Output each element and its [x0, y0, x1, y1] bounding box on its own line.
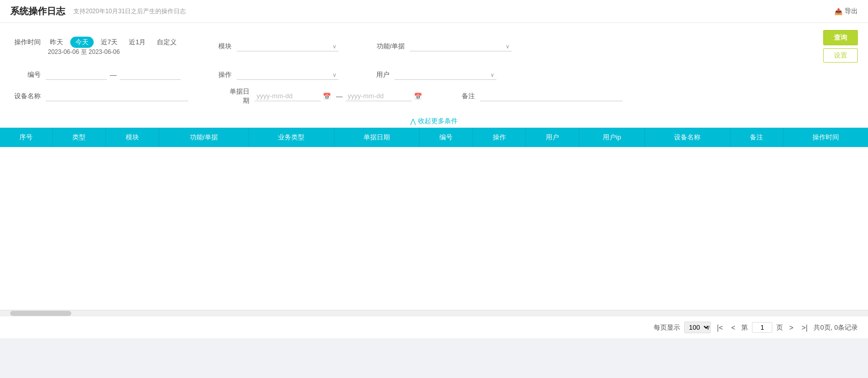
time-btn-yesterday[interactable]: 昨天: [46, 37, 67, 48]
data-table: 序号 类型 模块 功能/单据 业务类型 单据日期 编号 操作 用户 用户ip 设…: [0, 128, 868, 147]
operation-select-wrapper: [237, 70, 339, 80]
time-btn-today[interactable]: 今天: [70, 37, 94, 48]
col-function: 功能/单据: [159, 128, 248, 147]
calendar-icon-right[interactable]: 📅: [414, 93, 422, 100]
code-dash: —: [110, 71, 117, 79]
col-code: 编号: [419, 128, 472, 147]
operation-select[interactable]: [237, 70, 339, 80]
time-filter-group: 操作时间 昨天 今天 近7天 近1月 自定义 2023-06-06 至 2023…: [10, 37, 181, 56]
function-label: 功能/单据: [374, 42, 410, 51]
date-label: 单据日期: [224, 87, 255, 105]
user-filter-group: 用户: [374, 70, 496, 80]
code-filter-group: 编号 —: [10, 70, 181, 80]
date-filter-group: 单据日期 📅 — 📅: [224, 87, 424, 105]
calendar-icon-left[interactable]: 📅: [323, 93, 331, 100]
device-label: 设备名称: [10, 92, 46, 101]
time-btn-custom[interactable]: 自定义: [153, 37, 181, 48]
device-filter-group: 设备名称: [10, 91, 188, 101]
function-select-wrapper: [410, 41, 512, 51]
code-input-to[interactable]: [120, 70, 181, 80]
time-btn-1month[interactable]: 近1月: [125, 37, 150, 48]
device-input[interactable]: [46, 91, 188, 101]
col-user: 用户: [526, 128, 579, 147]
pagination-bar: 每页显示 100 20 50 200 ∨ |< < 第 页 > >| 共0页, …: [0, 316, 868, 338]
collapse-bar[interactable]: ⋀ 收起更多条件: [10, 112, 858, 128]
time-range-display: 2023-06-06 至 2023-06-06: [48, 48, 120, 55]
filter-row-1: 操作时间 昨天 今天 近7天 近1月 自定义 2023-06-06 至 2023…: [10, 30, 858, 63]
col-biztype: 业务类型: [249, 128, 334, 147]
col-type: 类型: [52, 128, 105, 147]
export-icon: 📤: [834, 8, 843, 15]
total-info: 共0页, 0条记录: [814, 323, 858, 332]
date-to-input[interactable]: [346, 91, 412, 101]
last-page-button[interactable]: >|: [800, 323, 810, 333]
next-page-button[interactable]: >: [787, 323, 795, 333]
module-label: 模块: [216, 42, 237, 51]
col-device: 设备名称: [645, 128, 730, 147]
scrollbar-thumb[interactable]: [10, 311, 71, 316]
operation-label: 操作: [216, 70, 237, 79]
page-size-select[interactable]: 100 20 50 200: [684, 322, 711, 333]
user-label: 用户: [374, 70, 395, 79]
col-userip: 用户ip: [579, 128, 645, 147]
remark-label: 备注: [460, 92, 480, 101]
filter-row-3: 设备名称 单据日期 📅 — 📅 备注: [10, 87, 858, 105]
operation-filter-group: 操作: [216, 70, 339, 80]
col-module: 模块: [106, 128, 159, 147]
time-btn-7days[interactable]: 近7天: [97, 37, 122, 48]
first-page-button[interactable]: |<: [715, 323, 725, 333]
page-header: 系统操作日志 支持2020年10月31日之后产生的操作日志 📤 导出: [0, 0, 868, 23]
col-index: 序号: [0, 128, 52, 147]
module-select-wrapper: [237, 41, 339, 51]
time-label: 操作时间: [10, 38, 46, 47]
col-date: 单据日期: [334, 128, 419, 147]
empty-area: [0, 147, 868, 310]
table-header: 序号 类型 模块 功能/单据 业务类型 单据日期 编号 操作 用户 用户ip 设…: [0, 128, 868, 147]
function-select[interactable]: [410, 41, 512, 51]
page-size-label: 每页显示: [654, 323, 680, 332]
date-from-input[interactable]: [255, 91, 321, 101]
export-button[interactable]: 📤 导出: [834, 7, 858, 16]
collapse-icon: ⋀: [410, 118, 416, 125]
time-buttons: 昨天 今天 近7天 近1月 自定义: [46, 37, 181, 48]
date-dash: —: [336, 93, 343, 100]
page-label: 第: [741, 323, 748, 332]
action-buttons: 查询 设置: [823, 30, 858, 63]
query-button[interactable]: 查询: [823, 30, 858, 45]
remark-input[interactable]: [480, 91, 623, 101]
module-select[interactable]: [237, 41, 339, 51]
collapse-label: 收起更多条件: [418, 117, 458, 126]
filter-area: 操作时间 昨天 今天 近7天 近1月 自定义 2023-06-06 至 2023…: [0, 23, 868, 128]
user-select-wrapper: [395, 70, 496, 80]
remark-filter-group: 备注: [460, 91, 623, 101]
module-filter-group: 模块: [216, 41, 339, 51]
page-number-input[interactable]: [752, 322, 772, 333]
filter-row-2: 编号 — 操作 用户: [10, 70, 858, 80]
page-title: 系统操作日志: [10, 5, 65, 17]
col-optime: 操作时间: [783, 128, 868, 147]
col-remark: 备注: [730, 128, 783, 147]
horizontal-scrollbar[interactable]: [0, 310, 868, 316]
page-subtitle: 支持2020年10月31日之后产生的操作日志: [73, 7, 186, 16]
prev-page-button[interactable]: <: [729, 323, 737, 333]
user-select[interactable]: [395, 70, 496, 80]
page-suffix: 页: [776, 323, 783, 332]
col-operation: 操作: [472, 128, 525, 147]
settings-button[interactable]: 设置: [823, 48, 858, 63]
code-input-from[interactable]: [46, 70, 107, 80]
function-filter-group: 功能/单据: [374, 41, 512, 51]
code-label: 编号: [10, 70, 46, 79]
table-container: 序号 类型 模块 功能/单据 业务类型 单据日期 编号 操作 用户 用户ip 设…: [0, 128, 868, 310]
